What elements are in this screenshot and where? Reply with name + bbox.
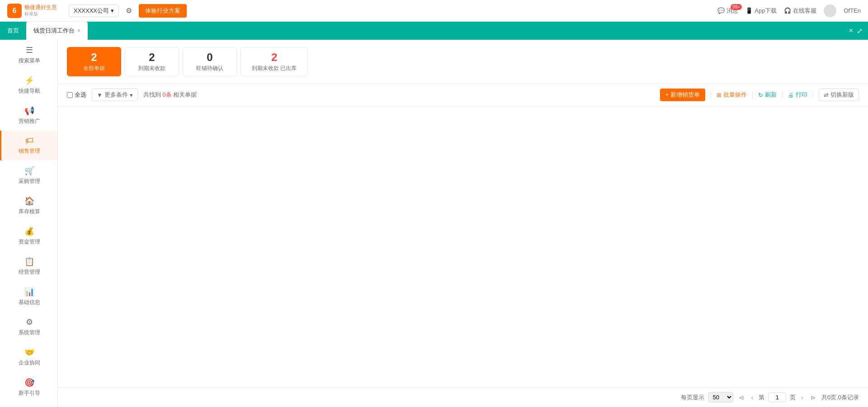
toolbar: 全选 ▼ 更多条件 ▾ 共找到 0条 相关单据 + 新增销货单 ⊞ 批 — [58, 84, 868, 106]
sidebar-item-search-menu[interactable]: ☰ 搜索菜单 — [0, 40, 57, 70]
stat-label-shipped: 到期未收款 已出库 — [252, 65, 297, 72]
refresh-icon: ↻ — [758, 92, 763, 98]
toolbar-divider-2 — [752, 91, 753, 98]
sidebar-item-quick-nav[interactable]: ⚡ 快捷导航 — [0, 70, 57, 100]
sidebar-item-basic-info[interactable]: 📊 基础信息 — [0, 281, 57, 312]
select-all-checkbox[interactable]: 全选 — [67, 91, 86, 99]
sidebar-item-inventory[interactable]: 🏠 库存核算 — [0, 191, 57, 221]
sidebar-item-marketing[interactable]: 📢 营销推广 — [0, 100, 57, 131]
sidebar-item-enterprise[interactable]: 🤝 企业协同 — [0, 342, 57, 372]
next-page-button[interactable]: › — [799, 393, 805, 402]
experience-button[interactable]: 体验行业方案 — [139, 4, 187, 18]
settings-button[interactable]: ⚙ — [123, 5, 135, 17]
main-layout: ☰ 搜索菜单 ⚡ 快捷导航 📢 营销推广 🏷 销售管理 🛒 采购管理 🏠 库存核… — [0, 40, 868, 407]
switch-version-button[interactable]: ⇄ 切换新版 — [819, 89, 859, 101]
search-menu-icon: ☰ — [26, 45, 33, 55]
page-label: 第 — [759, 393, 764, 402]
window-close-icon[interactable]: × — [849, 27, 853, 35]
sidebar-item-app-center[interactable]: 📦 应用中心 — [0, 402, 57, 407]
chevron-down-icon: ▾ — [111, 7, 114, 14]
service-icon: 🎧 — [784, 7, 791, 14]
sales-icon: 🏷 — [25, 136, 33, 145]
sidebar: ☰ 搜索菜单 ⚡ 快捷导航 📢 营销推广 🏷 销售管理 🛒 采购管理 🏠 库存核… — [0, 40, 58, 407]
print-icon: 🖨 — [788, 92, 794, 98]
logo-area: 6 畅捷通好生意 标准版 — [7, 4, 65, 18]
company-selector[interactable]: XXXXXX公司 ▾ — [69, 5, 119, 17]
prev-page-button[interactable]: ‹ — [750, 393, 755, 402]
per-page-label: 每页显示 — [681, 393, 704, 402]
guide-icon: 🎯 — [24, 378, 34, 388]
tab-actions: × ⤢ — [844, 27, 868, 35]
message-icon: 💬 — [717, 7, 725, 14]
enterprise-icon: 🤝 — [24, 347, 34, 357]
page-number-input[interactable]: 1 — [768, 393, 786, 402]
system-icon: ⚙ — [26, 317, 33, 327]
stat-card-overdue[interactable]: 2 到期未收款 — [125, 47, 179, 76]
sidebar-item-system[interactable]: ⚙ 系统管理 — [0, 312, 57, 342]
stat-number-overdue: 2 — [149, 51, 155, 64]
window-maximize-icon[interactable]: ⤢ — [857, 27, 863, 35]
tab-close-icon[interactable]: × — [77, 28, 80, 34]
message-button[interactable]: 💬 消息 99+ — [717, 7, 738, 15]
stat-number-all: 2 — [91, 51, 97, 64]
switch-icon: ⇄ — [824, 92, 829, 98]
finance-icon: 💰 — [24, 226, 34, 236]
page-size-select[interactable]: 50 100 200 — [708, 392, 733, 402]
filter-icon: ▼ — [97, 92, 103, 98]
logo-tag: 标准版 — [24, 11, 57, 17]
sidebar-item-finance[interactable]: 💰 资金管理 — [0, 221, 57, 251]
found-text: 共找到 0条 相关单据 — [143, 91, 197, 99]
sidebar-item-purchase[interactable]: 🛒 采购管理 — [0, 160, 57, 191]
header-right: 💬 消息 99+ 📱 App下载 🎧 在线客服 OfTEn — [717, 5, 861, 17]
stat-card-shipped[interactable]: 2 到期未收款 已出库 — [241, 47, 308, 76]
stat-label-overdue: 到期未收款 — [138, 65, 165, 72]
sidebar-item-sales[interactable]: 🏷 销售管理 — [0, 131, 57, 160]
basic-info-icon: 📊 — [24, 287, 34, 297]
purchase-icon: 🛒 — [24, 166, 34, 176]
stat-card-all[interactable]: 2 全部单据 — [67, 47, 121, 76]
select-all-input[interactable] — [67, 92, 73, 98]
chevron-down-icon: ▾ — [130, 92, 133, 98]
first-page-button[interactable]: ⊲ — [737, 393, 746, 402]
sidebar-item-guide[interactable]: 🎯 新手引导 — [0, 372, 57, 402]
add-sales-order-button[interactable]: + 新增销货单 — [660, 89, 705, 101]
pagination-bar: 每页显示 50 100 200 ⊲ ‹ 第 1 页 › ⊳ 共0页,0条记录 — [58, 387, 868, 407]
last-page-button[interactable]: ⊳ — [809, 393, 818, 402]
filter-button[interactable]: ▼ 更多条件 ▾ — [92, 89, 138, 101]
logo-text: 畅捷通好生意 — [24, 4, 57, 10]
tab-active[interactable]: 钱货日清工作台 × — [26, 22, 88, 40]
toolbar-divider-1 — [711, 91, 711, 98]
mobile-icon: 📱 — [745, 7, 753, 14]
gear-icon: ⚙ — [126, 6, 132, 15]
refresh-button[interactable]: ↻ 刷新 — [758, 91, 777, 99]
sidebar-item-operations[interactable]: 📋 经营管理 — [0, 251, 57, 281]
username-text: OfTEn — [844, 7, 861, 14]
content-area: 2 全部单据 2 到期未收款 0 旺铺待确认 2 到期未收款 已出库 全选 — [58, 40, 868, 407]
inventory-icon: 🏠 — [24, 196, 34, 206]
toolbar-divider-3 — [782, 91, 783, 98]
quick-nav-icon: ⚡ — [24, 75, 34, 85]
nav-tabs: 首页 钱货日清工作台 × × ⤢ — [0, 22, 868, 40]
toolbar-right: + 新增销货单 ⊞ 批量操作 ↻ 刷新 🖨 打印 ⇄ — [660, 89, 859, 101]
logo-icon: 6 — [7, 4, 22, 18]
app-download-button[interactable]: 📱 App下载 — [745, 7, 777, 15]
operations-icon: 📋 — [24, 257, 34, 267]
table-area — [58, 106, 868, 387]
page-suffix: 页 — [790, 393, 796, 402]
avatar[interactable] — [824, 5, 836, 17]
stat-label-pending: 旺铺待确认 — [196, 65, 223, 72]
batch-operation-button[interactable]: ⊞ 批量操作 — [717, 91, 747, 99]
toolbar-left: 全选 ▼ 更多条件 ▾ 共找到 0条 相关单据 — [67, 89, 197, 101]
stats-cards: 2 全部单据 2 到期未收款 0 旺铺待确认 2 到期未收款 已出库 — [58, 40, 868, 84]
print-button[interactable]: 🖨 打印 — [788, 91, 807, 99]
header-left: 6 畅捷通好生意 标准版 XXXXXX公司 ▾ ⚙ 体验行业方案 — [7, 4, 187, 18]
toolbar-divider-4 — [813, 91, 813, 98]
marketing-icon: 📢 — [24, 106, 34, 116]
batch-icon: ⊞ — [717, 92, 722, 98]
top-header: 6 畅捷通好生意 标准版 XXXXXX公司 ▾ ⚙ 体验行业方案 💬 消息 99… — [0, 0, 868, 22]
message-badge: 99+ — [731, 4, 742, 10]
stat-number-pending: 0 — [207, 51, 212, 64]
tab-home[interactable]: 首页 — [0, 22, 26, 40]
online-service-button[interactable]: 🎧 在线客服 — [784, 7, 816, 15]
stat-card-pending[interactable]: 0 旺铺待确认 — [183, 47, 237, 76]
